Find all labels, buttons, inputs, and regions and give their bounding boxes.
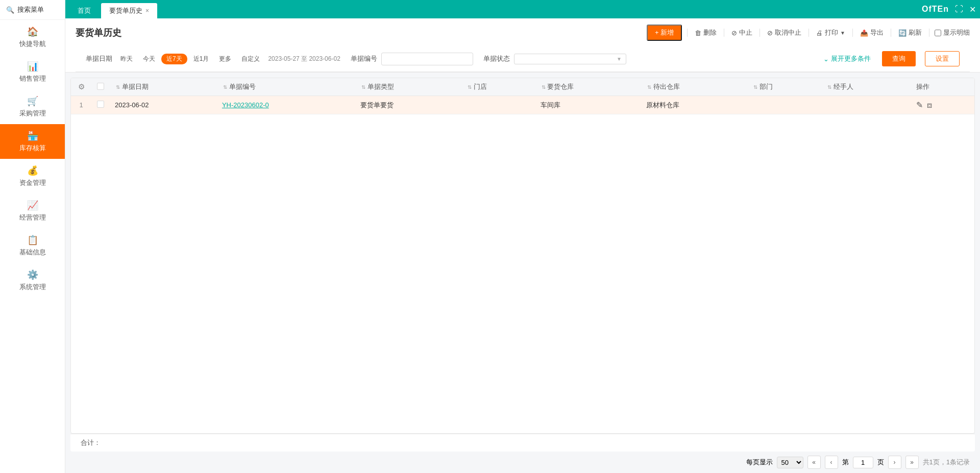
checkbox-col-header[interactable] [91, 78, 110, 96]
divider2 [724, 29, 724, 37]
tab-history[interactable]: 要货单历史× [101, 3, 157, 18]
search-icon: 🔍 [6, 6, 14, 14]
content-area: 要货单历史 + 新增 🗑 删除 ⊘ 中止 ⊘ [65, 18, 980, 473]
doc-number-input[interactable] [381, 53, 473, 65]
row-more-icon[interactable]: ⧈ [927, 101, 932, 110]
sort-icon3[interactable]: ⇅ [361, 84, 365, 90]
sidebar-icon-sales: 📊 [27, 61, 38, 72]
sidebar-icon-purchase: 🛒 [27, 96, 38, 107]
sidebar-item-purchase[interactable]: 🛒采购管理 [0, 89, 65, 124]
cancel-stop-button[interactable]: ⊘ 取消中止 [765, 27, 803, 38]
sidebar-search[interactable]: 🔍 搜索菜单 [0, 0, 65, 20]
row-handler [821, 96, 911, 114]
row-select-checkbox[interactable] [97, 101, 104, 108]
sidebar-label-finance: 资金管理 [19, 178, 46, 187]
expand-filter-btn[interactable]: ⌄ 展开更多条件 [823, 54, 871, 63]
row-department [747, 96, 821, 114]
divider5 [852, 29, 853, 37]
print-button[interactable]: 🖨 打印 ▼ [814, 27, 847, 38]
delete-icon: 🗑 [695, 29, 701, 37]
sidebar-icon-system: ⚙️ [27, 269, 38, 280]
sidebar-item-sales[interactable]: 📊销售管理 [0, 55, 65, 89]
row-req-warehouse: 车间库 [535, 96, 642, 114]
delete-label: 删除 [703, 28, 717, 37]
yesterday-btn[interactable]: 昨天 [116, 54, 137, 64]
tab-bar-right: OfTEn ⛶ ✕ [922, 5, 976, 14]
row-doc-number[interactable]: YH-20230602-0 [217, 96, 355, 114]
col-store-label: 门店 [474, 83, 487, 90]
sort-icon7[interactable]: ⇅ [753, 84, 757, 90]
sort-icon6[interactable]: ⇅ [647, 84, 651, 90]
more-btn[interactable]: 更多 [215, 54, 235, 64]
col-pending-warehouse-label: 待出仓库 [653, 83, 680, 90]
sidebar-label-purchase: 采购管理 [19, 109, 46, 118]
week7-btn[interactable]: 近7天 [161, 54, 187, 64]
sidebar-item-operations[interactable]: 📈经营管理 [0, 194, 65, 228]
toolbar: + 新增 🗑 删除 ⊘ 中止 ⊘ 取消中止 [647, 25, 970, 41]
sidebar-item-system[interactable]: ⚙️系统管理 [0, 263, 65, 298]
new-button[interactable]: + 新增 [647, 25, 682, 41]
select-all-checkbox[interactable] [97, 83, 104, 90]
stop-button[interactable]: ⊘ 中止 [729, 27, 754, 38]
col-doc-type: ⇅ 单据类型 [355, 78, 461, 96]
gear-icon[interactable]: ⚙ [78, 82, 85, 91]
close-btn[interactable]: ✕ [969, 5, 976, 14]
query-button[interactable]: 查询 [882, 51, 916, 66]
expand-label: 展开更多条件 [831, 54, 871, 63]
tab-home[interactable]: 首页 [69, 3, 99, 18]
per-page-select[interactable]: 50 100 200 [777, 457, 803, 468]
refresh-label: 刷新 [909, 28, 922, 37]
print-label: 打印 [825, 28, 838, 37]
col-action: 操作 [911, 78, 974, 96]
last-page-btn[interactable]: » [905, 456, 919, 469]
maximize-btn[interactable]: ⛶ [955, 5, 963, 14]
row-edit-icon[interactable]: ✎ [916, 100, 923, 110]
sidebar-item-finance[interactable]: 💰资金管理 [0, 159, 65, 194]
settings-button[interactable]: 设置 [925, 51, 960, 66]
col-department-label: 部门 [760, 83, 773, 90]
sidebar-label-inventory: 库存核算 [19, 144, 46, 153]
next-page-btn[interactable]: › [888, 456, 901, 469]
settings-col-header[interactable]: ⚙ [71, 78, 91, 96]
col-action-label: 操作 [916, 83, 929, 90]
print-icon: 🖨 [816, 29, 823, 37]
tab-close-history[interactable]: × [145, 7, 149, 14]
sort-icon[interactable]: ⇅ [116, 84, 120, 90]
sidebar-label-sales: 销售管理 [19, 74, 46, 83]
sidebar-label-system: 系统管理 [19, 282, 46, 292]
export-button[interactable]: 📤 导出 [858, 27, 886, 38]
doc-number-filter-group: 单据编号 [351, 53, 473, 65]
sidebar-item-basics[interactable]: 📋基础信息 [0, 228, 65, 263]
doc-status-filter-group: 单据状态 ▼ [483, 54, 626, 64]
show-detail-label: 显示明细 [943, 28, 970, 37]
page-input[interactable] [853, 457, 873, 468]
page-suffix: 页 [877, 458, 884, 467]
sort-icon2[interactable]: ⇅ [223, 84, 227, 90]
sort-icon8[interactable]: ⇅ [827, 84, 831, 90]
delete-button[interactable]: 🗑 删除 [693, 27, 719, 38]
first-page-btn[interactable]: « [807, 456, 821, 469]
print-chevron-icon: ▼ [840, 30, 845, 36]
col-store: ⇅ 门店 [461, 78, 535, 96]
divider3 [760, 29, 760, 37]
show-detail-button[interactable]: 显示明细 [935, 28, 970, 37]
month1-btn[interactable]: 近1月 [189, 54, 213, 64]
per-page-label: 每页显示 [746, 458, 773, 467]
sort-icon4[interactable]: ⇅ [468, 84, 472, 90]
doc-date-label: 单据日期 [86, 54, 112, 63]
sidebar-item-inventory[interactable]: 🏪库存核算 [0, 124, 65, 159]
sort-icon5[interactable]: ⇅ [542, 84, 546, 90]
export-label: 导出 [870, 28, 884, 37]
custom-btn[interactable]: 自定义 [237, 54, 264, 64]
show-detail-checkbox[interactable] [935, 30, 941, 36]
prev-page-btn[interactable]: ‹ [825, 456, 838, 469]
tab-label-home: 首页 [78, 6, 91, 15]
today-btn[interactable]: 今天 [139, 54, 159, 64]
sidebar-label-quick-nav: 快捷导航 [19, 39, 46, 49]
export-icon: 📤 [860, 29, 868, 37]
sidebar-item-quick-nav[interactable]: 🏠快捷导航 [0, 20, 65, 55]
refresh-button[interactable]: 🔄 刷新 [896, 27, 924, 38]
row-store [461, 96, 535, 114]
doc-status-select[interactable]: ▼ [514, 54, 626, 64]
row-checkbox[interactable] [91, 96, 110, 114]
